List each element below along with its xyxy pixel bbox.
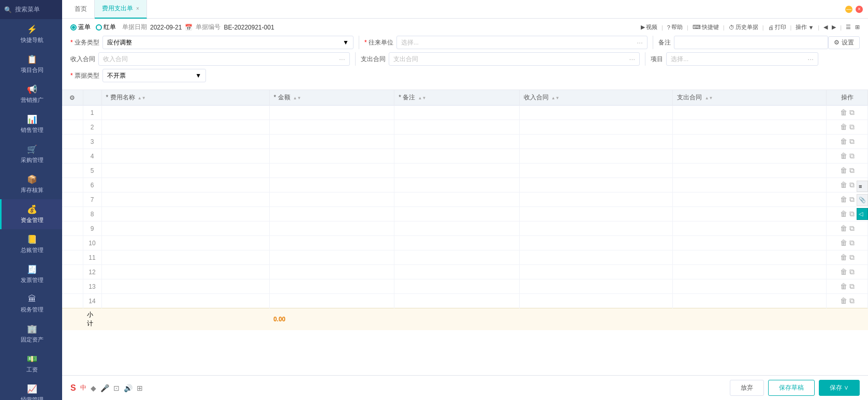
sidebar-item-sales[interactable]: 📊 销售管理 bbox=[0, 109, 62, 139]
cell-amount-6[interactable] bbox=[269, 192, 394, 207]
cell-income-0[interactable] bbox=[519, 106, 673, 120]
video-btn[interactable]: ▶ 视频 bbox=[641, 23, 657, 31]
copy-icon-6[interactable]: ⧉ bbox=[849, 195, 855, 204]
sidebar-item-marketing[interactable]: 📢 营销推广 bbox=[0, 79, 62, 109]
copy-icon-9[interactable]: ⧉ bbox=[849, 239, 855, 247]
sidebar-item-inventory[interactable]: 📦 库存核算 bbox=[0, 169, 62, 199]
cell-income-8[interactable] bbox=[519, 221, 673, 236]
delete-icon-8[interactable]: 🗑 bbox=[840, 224, 847, 233]
th-expense-contract[interactable]: 支出合同 ▲▼ bbox=[673, 90, 827, 106]
cell-remark-8[interactable] bbox=[394, 221, 520, 236]
cell-amount-8[interactable] bbox=[269, 221, 394, 236]
tab-close-expense[interactable]: × bbox=[136, 6, 139, 11]
copy-icon-12[interactable]: ⧉ bbox=[849, 282, 855, 291]
cell-remark-0[interactable] bbox=[394, 106, 520, 120]
project-dots[interactable]: ··· bbox=[807, 55, 814, 63]
expense-dots[interactable]: ··· bbox=[629, 55, 636, 63]
project-select[interactable]: 选择... ··· bbox=[666, 52, 818, 66]
right-edge-icon2[interactable]: 📎 bbox=[857, 194, 868, 206]
copy-icon-5[interactable]: ⧉ bbox=[849, 181, 855, 189]
cell-name-11[interactable] bbox=[101, 265, 269, 279]
print-btn[interactable]: 🖨 打印 bbox=[768, 23, 786, 31]
cell-amount-2[interactable] bbox=[269, 135, 394, 149]
delete-icon-2[interactable]: 🗑 bbox=[840, 137, 847, 146]
cell-expense-1[interactable] bbox=[673, 120, 827, 135]
right-edge-icon3[interactable]: ◁ bbox=[857, 208, 868, 220]
cell-name-10[interactable] bbox=[101, 250, 269, 265]
cell-expense-8[interactable] bbox=[673, 221, 827, 236]
settings-button[interactable]: ⚙ 设置 bbox=[828, 36, 860, 49]
nav-next-btn[interactable]: ▶ bbox=[832, 24, 836, 31]
remark-input[interactable] bbox=[674, 36, 828, 49]
tab-home[interactable]: 首页 bbox=[67, 0, 95, 19]
cell-income-13[interactable] bbox=[519, 294, 673, 308]
delete-icon-0[interactable]: 🗑 bbox=[840, 108, 847, 117]
cell-amount-0[interactable] bbox=[269, 106, 394, 120]
cell-expense-12[interactable] bbox=[673, 279, 827, 294]
delete-icon-9[interactable]: 🗑 bbox=[840, 239, 847, 247]
minimize-button[interactable]: — bbox=[845, 6, 852, 13]
cell-expense-2[interactable] bbox=[673, 135, 827, 149]
history-btn[interactable]: ⏱ 历史单据 bbox=[729, 23, 758, 31]
cell-expense-6[interactable] bbox=[673, 192, 827, 207]
copy-icon-0[interactable]: ⧉ bbox=[849, 108, 855, 117]
cell-amount-10[interactable] bbox=[269, 250, 394, 265]
copy-icon-7[interactable]: ⧉ bbox=[849, 210, 855, 218]
discard-button[interactable]: 放弃 bbox=[730, 380, 764, 396]
cell-expense-11[interactable] bbox=[673, 265, 827, 279]
sidebar-item-purchase[interactable]: 🛒 采购管理 bbox=[0, 139, 62, 169]
cell-income-3[interactable] bbox=[519, 149, 673, 164]
sidebar-item-operations[interactable]: 📈 经营管理 bbox=[0, 379, 62, 400]
cell-remark-4[interactable] bbox=[394, 164, 520, 178]
save-button[interactable]: 保存 ∨ bbox=[819, 380, 860, 396]
th-remark[interactable]: * 备注 ▲▼ bbox=[394, 90, 520, 106]
cell-name-9[interactable] bbox=[101, 236, 269, 250]
delete-icon-6[interactable]: 🗑 bbox=[840, 195, 847, 204]
cell-remark-6[interactable] bbox=[394, 192, 520, 207]
cell-expense-3[interactable] bbox=[673, 149, 827, 164]
copy-icon-4[interactable]: ⧉ bbox=[849, 166, 855, 175]
cell-amount-9[interactable] bbox=[269, 236, 394, 250]
cell-amount-4[interactable] bbox=[269, 164, 394, 178]
delete-icon-3[interactable]: 🗑 bbox=[840, 152, 847, 160]
cell-name-2[interactable] bbox=[101, 135, 269, 149]
sidebar-item-fixed-assets[interactable]: 🏢 固定资产 bbox=[0, 319, 62, 349]
cell-remark-10[interactable] bbox=[394, 250, 520, 265]
nav-prev-btn[interactable]: ◀ bbox=[823, 24, 828, 31]
calendar-icon[interactable]: 📅 bbox=[185, 24, 193, 31]
cell-remark-13[interactable] bbox=[394, 294, 520, 308]
help-btn[interactable]: ? 帮助 bbox=[667, 23, 683, 31]
th-amount[interactable]: * 金额 ▲▼ bbox=[269, 90, 394, 106]
cell-expense-0[interactable] bbox=[673, 106, 827, 120]
cell-amount-13[interactable] bbox=[269, 294, 394, 308]
cell-expense-7[interactable] bbox=[673, 207, 827, 221]
view-mode-list[interactable]: ☰ bbox=[846, 24, 851, 31]
th-income-contract[interactable]: 收入合同 ▲▼ bbox=[519, 90, 673, 106]
cell-name-7[interactable] bbox=[101, 207, 269, 221]
sidebar-item-tax[interactable]: 🏛 税务管理 bbox=[0, 289, 62, 319]
business-type-select[interactable]: 应付调整 ▼ bbox=[102, 36, 354, 49]
cell-name-13[interactable] bbox=[101, 294, 269, 308]
cell-income-7[interactable] bbox=[519, 207, 673, 221]
income-dots[interactable]: ··· bbox=[339, 55, 345, 63]
copy-icon-8[interactable]: ⧉ bbox=[849, 224, 855, 233]
expense-contract-select[interactable]: 支出合同 ··· bbox=[389, 52, 640, 66]
sidebar-item-funds[interactable]: 💰 资金管理 bbox=[0, 199, 62, 229]
cell-name-1[interactable] bbox=[101, 120, 269, 135]
sidebar-search[interactable]: 🔍 搜索菜单 bbox=[0, 0, 62, 19]
cell-name-0[interactable] bbox=[101, 106, 269, 120]
action-btn[interactable]: 操作 ▼ bbox=[796, 23, 814, 31]
bottom-icon-box[interactable]: ⊡ bbox=[113, 384, 120, 392]
sidebar-item-ledger[interactable]: 📒 总账管理 bbox=[0, 229, 62, 259]
cell-name-5[interactable] bbox=[101, 178, 269, 192]
cell-name-3[interactable] bbox=[101, 149, 269, 164]
tab-expense[interactable]: 费用支出单× bbox=[95, 0, 147, 19]
sidebar-item-project-contract[interactable]: 📋 项目合同 bbox=[0, 49, 62, 79]
cell-expense-5[interactable] bbox=[673, 178, 827, 192]
right-edge-icon1[interactable]: ≡ bbox=[857, 181, 868, 192]
cell-amount-3[interactable] bbox=[269, 149, 394, 164]
bottom-icon-vol[interactable]: 🔊 bbox=[124, 384, 133, 392]
income-contract-select[interactable]: 收入合同 ··· bbox=[98, 52, 350, 66]
partner-dots[interactable]: ··· bbox=[637, 38, 643, 47]
th-gear[interactable]: ⚙ bbox=[62, 90, 83, 106]
